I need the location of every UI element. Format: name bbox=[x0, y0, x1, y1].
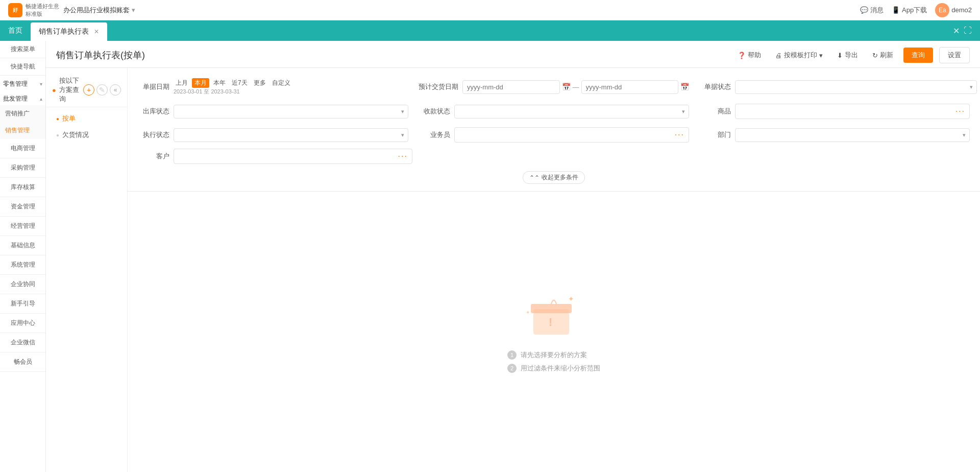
customer-label: 客户 bbox=[138, 152, 174, 161]
sidebar-item-wholesale[interactable]: 批发管理 ▴ bbox=[0, 90, 45, 105]
sidebar-item-purchase[interactable]: 采购管理 bbox=[0, 158, 45, 178]
sidebar-item-operation[interactable]: 经营管理 bbox=[0, 217, 45, 236]
out-status-select-wrap: ▾ bbox=[174, 105, 408, 119]
exec-status-label: 执行状态 bbox=[138, 130, 174, 139]
avatar: Ea bbox=[935, 3, 949, 17]
sidebar-item-enterprise[interactable]: 企业协同 bbox=[0, 275, 45, 294]
status-select-wrap bbox=[735, 80, 977, 94]
expected-date-label: 预计交货日期 bbox=[419, 82, 462, 91]
sidebar-item-wechat[interactable]: 企业微信 bbox=[0, 333, 45, 352]
sidebar-search[interactable]: 搜索菜单 bbox=[0, 41, 45, 58]
filter-row-1: 单据日期 上月 本月 本年 近7天 更多 自定义 20 bbox=[138, 74, 970, 100]
page-header: 销售订单执行表(按单) ❓ 帮助 🖨 按模板打印 ▾ ⬇ 导出 ↻ 刷新 bbox=[46, 41, 980, 68]
msg-button[interactable]: 💬 消息 bbox=[860, 6, 884, 15]
dept-select-wrap: ▾ bbox=[735, 128, 970, 142]
filter-expected-date: 预计交货日期 📅 — 📅 bbox=[419, 78, 689, 96]
setting-button[interactable]: 设置 bbox=[939, 47, 970, 63]
chevron-up-icon: ▴ bbox=[40, 96, 42, 102]
salesman-input[interactable] bbox=[459, 131, 675, 139]
collapse-up-icon: ⌃⌃ bbox=[529, 174, 540, 181]
date-shortcut-this-year[interactable]: 本年 bbox=[211, 78, 228, 88]
print-button[interactable]: 🖨 按模板打印 ▾ bbox=[771, 49, 827, 62]
sidebar-item-newbie[interactable]: 新手引导 bbox=[0, 294, 45, 314]
salesman-picker-icon[interactable]: ··· bbox=[675, 130, 684, 139]
out-status-select[interactable] bbox=[174, 105, 408, 119]
calendar-end-icon[interactable]: 📅 bbox=[680, 83, 689, 91]
app-download-button[interactable]: 📱 App下载 bbox=[892, 6, 927, 15]
date-dash: — bbox=[573, 83, 579, 91]
topbar-left: 好 畅捷通好生意 标准版 办公用品行业模拟账套 ▾ bbox=[8, 3, 135, 17]
sidebar-item-finance[interactable]: 资金管理 bbox=[0, 197, 45, 217]
goods-input[interactable] bbox=[740, 108, 955, 115]
customer-input-wrap: ··· bbox=[174, 149, 412, 164]
empty-text: 1 请先选择要分析的方案 2 用过滤条件来缩小分析范围 bbox=[507, 350, 600, 373]
expected-date-start-input[interactable] bbox=[462, 80, 560, 94]
expected-date-wrap: 📅 — 📅 bbox=[462, 80, 689, 94]
calendar-start-icon[interactable]: 📅 bbox=[562, 83, 571, 91]
page-header-actions: ❓ 帮助 🖨 按模板打印 ▾ ⬇ 导出 ↻ 刷新 查询 设置 bbox=[733, 47, 970, 63]
filter-exec-status: 执行状态 ▾ bbox=[138, 127, 408, 143]
collapse-button[interactable]: ⌃⌃ 收起更多条件 bbox=[523, 171, 585, 184]
left-panel: ● 按以下方案查询 + ✎ « ● 按单 ● 欠货情况 bbox=[46, 68, 128, 472]
sidebar-item-sales[interactable]: 销售管理 bbox=[0, 122, 45, 139]
sidebar-quick-nav[interactable]: 快捷导航 bbox=[0, 58, 45, 76]
export-icon: ⬇ bbox=[837, 52, 843, 59]
sidebar-item-apps[interactable]: 应用中心 bbox=[0, 314, 45, 333]
data-area: ✦ ✦ ! 1 请先选择要分析的方案 bbox=[128, 192, 980, 472]
filter-payment-status: 收款状态 ▾ bbox=[419, 104, 689, 119]
search-button[interactable]: 查询 bbox=[903, 48, 933, 63]
sidebar-item-marketing[interactable]: 营销推广 bbox=[0, 105, 45, 122]
scheme-item-active-icon: ● bbox=[56, 116, 59, 122]
empty-step1: 1 请先选择要分析的方案 bbox=[507, 350, 600, 360]
tab-sales-order[interactable]: 销售订单执行表 ✕ bbox=[31, 22, 107, 41]
sidebar-item-basic[interactable]: 基础信息 bbox=[0, 236, 45, 255]
goods-picker-icon[interactable]: ··· bbox=[955, 107, 965, 116]
dept-label: 部门 bbox=[699, 130, 735, 139]
dept-select[interactable] bbox=[735, 128, 970, 142]
filter-row-4: 客户 ··· bbox=[138, 147, 970, 168]
scheme-item-icon: ● bbox=[56, 132, 59, 138]
status-select[interactable] bbox=[735, 80, 977, 94]
right-content: 单据日期 上月 本月 本年 近7天 更多 自定义 20 bbox=[128, 68, 980, 472]
scheme-item-backorder[interactable]: ● 欠货情况 bbox=[46, 127, 127, 143]
payment-status-select[interactable] bbox=[454, 105, 689, 119]
date-shortcut-custom[interactable]: 自定义 bbox=[270, 78, 292, 88]
status-label: 单据状态 bbox=[699, 82, 735, 91]
sidebar-item-inventory[interactable]: 库存核算 bbox=[0, 178, 45, 197]
collapse-scheme-button[interactable]: « bbox=[110, 84, 121, 96]
tab-close-icon[interactable]: ✕ bbox=[94, 28, 99, 35]
tab-home[interactable]: 首页 bbox=[0, 20, 31, 41]
expected-date-end-input[interactable] bbox=[581, 80, 679, 94]
filter-salesman: 业务员 ··· bbox=[419, 127, 689, 143]
step1-num: 1 bbox=[507, 350, 517, 360]
sidebar-item-retail[interactable]: 零售管理 ▾ bbox=[0, 76, 45, 90]
sidebar-item-ecommerce[interactable]: 电商管理 bbox=[0, 139, 45, 158]
sidebar-item-member[interactable]: 畅会员 bbox=[0, 352, 45, 372]
sidebar-item-system[interactable]: 系统管理 bbox=[0, 255, 45, 275]
user-area[interactable]: Ea demo2 bbox=[935, 3, 972, 17]
svg-text:✦: ✦ bbox=[526, 310, 530, 315]
filter-dept: 部门 ▾ bbox=[699, 127, 970, 143]
customer-input[interactable] bbox=[178, 153, 398, 160]
date-shortcut-this-month[interactable]: 本月 bbox=[192, 78, 209, 88]
customer-picker-icon[interactable]: ··· bbox=[398, 152, 408, 161]
fullscreen-button[interactable]: ⛶ bbox=[964, 26, 972, 35]
date-shortcut-7days[interactable]: 近7天 bbox=[230, 78, 250, 88]
date-shortcut-prev-month[interactable]: 上月 bbox=[174, 78, 190, 88]
main-content: ● 按以下方案查询 + ✎ « ● 按单 ● 欠货情况 bbox=[46, 68, 980, 472]
date-shortcut-more[interactable]: 更多 bbox=[252, 78, 268, 88]
refresh-button[interactable]: ↻ 刷新 bbox=[868, 49, 897, 62]
close-window-button[interactable]: ✕ bbox=[953, 26, 960, 36]
page-title: 销售订单执行表(按单) bbox=[56, 49, 145, 61]
help-button[interactable]: ❓ 帮助 bbox=[733, 49, 765, 62]
edit-scheme-button[interactable]: ✎ bbox=[96, 84, 108, 96]
topbar: 好 畅捷通好生意 标准版 办公用品行业模拟账套 ▾ 💬 消息 📱 App下载 E… bbox=[0, 0, 980, 20]
export-button[interactable]: ⬇ 导出 bbox=[833, 49, 862, 62]
breadcrumb[interactable]: 办公用品行业模拟账套 ▾ bbox=[63, 6, 135, 15]
exec-status-select[interactable] bbox=[174, 128, 408, 142]
breadcrumb-arrow-icon: ▾ bbox=[132, 6, 135, 14]
scheme-item-by-order[interactable]: ● 按单 bbox=[46, 110, 127, 127]
add-scheme-button[interactable]: + bbox=[83, 84, 94, 96]
goods-input-wrap: ··· bbox=[735, 104, 970, 119]
svg-text:✦: ✦ bbox=[568, 295, 574, 303]
